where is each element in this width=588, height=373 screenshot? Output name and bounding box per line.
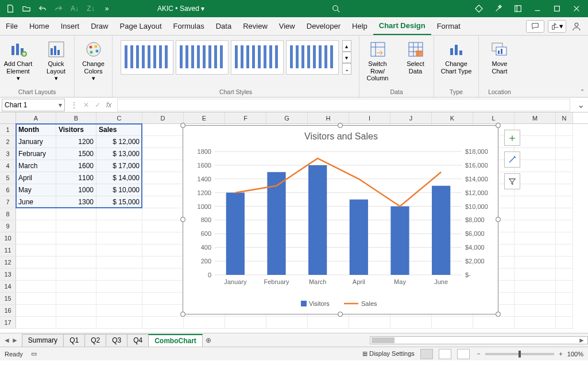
cell-C12[interactable] xyxy=(96,257,142,269)
cell-M2[interactable] xyxy=(514,136,556,148)
diamond-icon[interactable] xyxy=(472,2,486,15)
cell-N1[interactable] xyxy=(556,124,573,136)
cell-M5[interactable] xyxy=(514,172,556,184)
cell-C1[interactable]: Sales xyxy=(96,124,142,136)
cell-D15[interactable] xyxy=(142,293,184,305)
cell-B3[interactable]: 1500 xyxy=(56,148,96,160)
cell-K17[interactable] xyxy=(432,317,473,329)
row-header-5[interactable]: 5 xyxy=(0,172,16,184)
cell-D16[interactable] xyxy=(142,305,184,317)
switch-row-column-button[interactable]: Switch Row/ Column xyxy=(361,38,395,82)
row-header-15[interactable]: 15 xyxy=(0,293,16,305)
cell-A15[interactable] xyxy=(16,293,56,305)
zoom-out-button[interactable]: － xyxy=(475,349,482,358)
sort-asc-icon[interactable]: A↓ xyxy=(68,2,82,15)
menu-tab-help[interactable]: Help xyxy=(346,17,373,35)
cell-A2[interactable]: January xyxy=(16,136,56,148)
column-header-A[interactable]: A xyxy=(16,112,56,123)
column-header-H[interactable]: H xyxy=(308,112,349,123)
cell-M1[interactable] xyxy=(514,124,556,136)
row-header-6[interactable]: 6 xyxy=(0,184,16,196)
cell-N5[interactable] xyxy=(556,172,573,184)
cell-C6[interactable]: $ 10,000 xyxy=(96,184,142,196)
cell-M8[interactable] xyxy=(514,208,556,220)
cell-C5[interactable]: $ 14,000 xyxy=(96,172,142,184)
menu-tab-draw[interactable]: Draw xyxy=(85,17,114,35)
cell-M14[interactable] xyxy=(514,281,556,293)
cell-N7[interactable] xyxy=(556,196,573,208)
row-header-4[interactable]: 4 xyxy=(0,160,16,172)
column-header-C[interactable]: C xyxy=(96,112,142,123)
cell-C7[interactable]: $ 15,000 xyxy=(96,196,142,208)
tab-nav-prev[interactable]: ◄ xyxy=(3,336,10,344)
cell-A3[interactable]: February xyxy=(16,148,56,160)
cell-J17[interactable] xyxy=(390,317,432,329)
sheet-tab-summary[interactable]: Summary xyxy=(22,334,64,347)
column-header-M[interactable]: M xyxy=(514,112,556,123)
menu-tab-page-layout[interactable]: Page Layout xyxy=(114,17,168,35)
cell-B2[interactable]: 1200 xyxy=(56,136,96,148)
zoom-in-button[interactable]: ＋ xyxy=(558,349,564,358)
cancel-fx-icon[interactable]: ✕ xyxy=(83,101,89,109)
menu-tab-developer[interactable]: Developer xyxy=(301,17,346,35)
column-header-E[interactable]: E xyxy=(184,112,225,123)
cell-I17[interactable] xyxy=(349,317,390,329)
cell-B12[interactable] xyxy=(56,257,96,269)
cell-A14[interactable] xyxy=(16,281,56,293)
minimize-icon[interactable] xyxy=(531,2,544,15)
cell-D5[interactable] xyxy=(142,172,184,184)
cell-M4[interactable] xyxy=(514,160,556,172)
column-header-F[interactable]: F xyxy=(225,112,266,123)
chart-style-4[interactable] xyxy=(286,40,339,75)
cell-B16[interactable] xyxy=(56,305,96,317)
formula-input[interactable] xyxy=(117,99,570,111)
cell-D10[interactable] xyxy=(142,232,184,244)
maximize-icon[interactable] xyxy=(550,2,564,15)
cell-C17[interactable] xyxy=(96,317,142,329)
cell-G17[interactable] xyxy=(266,317,308,329)
undo-icon[interactable] xyxy=(36,2,49,15)
menu-tab-formulas[interactable]: Formulas xyxy=(168,17,210,35)
select-data-button[interactable]: Select Data xyxy=(399,38,433,82)
fx-icon[interactable]: fx xyxy=(106,101,111,109)
cell-B8[interactable] xyxy=(56,208,96,220)
column-header-J[interactable]: J xyxy=(390,112,432,123)
chart-style-2[interactable] xyxy=(176,40,229,75)
cell-B17[interactable] xyxy=(56,317,96,329)
cell-D1[interactable] xyxy=(142,124,184,136)
cell-B9[interactable] xyxy=(56,220,96,232)
cell-D13[interactable] xyxy=(142,269,184,281)
cell-M9[interactable] xyxy=(514,220,556,232)
search-icon[interactable] xyxy=(329,2,343,15)
cell-N3[interactable] xyxy=(556,148,573,160)
cell-F17[interactable] xyxy=(225,317,266,329)
row-header-9[interactable]: 9 xyxy=(0,220,16,232)
column-header-N[interactable]: N xyxy=(556,112,573,123)
column-header-D[interactable]: D xyxy=(142,112,184,123)
tab-nav-next[interactable]: ► xyxy=(11,336,18,344)
cell-A6[interactable]: May xyxy=(16,184,56,196)
cell-N17[interactable] xyxy=(556,317,573,329)
cell-N14[interactable] xyxy=(556,281,573,293)
chart-filters-button[interactable] xyxy=(504,173,520,189)
cell-N15[interactable] xyxy=(556,293,573,305)
column-header-K[interactable]: K xyxy=(432,112,473,123)
cell-A1[interactable]: Month xyxy=(16,124,56,136)
cell-H17[interactable] xyxy=(308,317,349,329)
cell-C15[interactable] xyxy=(96,293,142,305)
open-file-icon[interactable] xyxy=(20,2,33,15)
sheet-tab-q2[interactable]: Q2 xyxy=(84,334,106,347)
cell-D8[interactable] xyxy=(142,208,184,220)
column-header-I[interactable]: I xyxy=(349,112,390,123)
cell-B7[interactable]: 1300 xyxy=(56,196,96,208)
row-header-3[interactable]: 3 xyxy=(0,148,16,160)
cell-C10[interactable] xyxy=(96,232,142,244)
cell-D17[interactable] xyxy=(142,317,184,329)
chart-object[interactable]: Visitors and Sales0200400600800100012001… xyxy=(183,125,498,314)
cell-N11[interactable] xyxy=(556,244,573,257)
row-header-13[interactable]: 13 xyxy=(0,269,16,281)
styles-more[interactable]: ⌄ xyxy=(342,63,351,75)
name-box[interactable]: Chart 1▾ xyxy=(2,99,65,111)
menu-tab-review[interactable]: Review xyxy=(237,17,273,35)
sheet-tab-q1[interactable]: Q1 xyxy=(63,334,85,347)
